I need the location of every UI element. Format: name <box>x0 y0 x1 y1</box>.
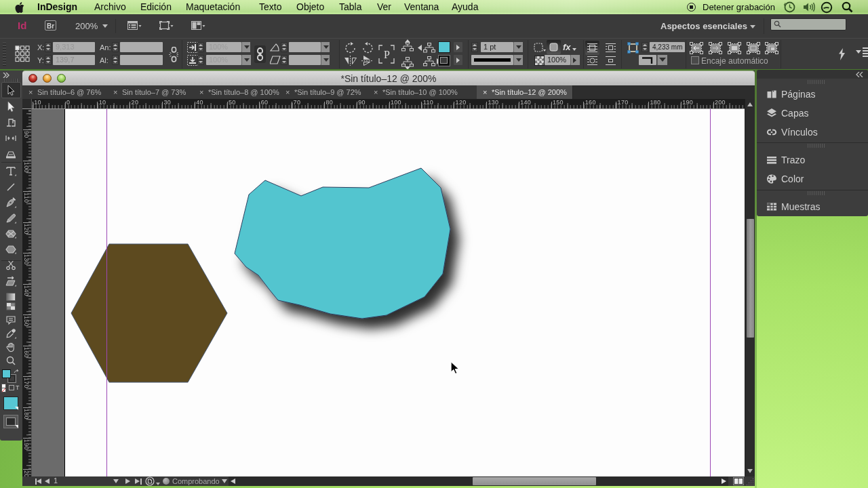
svg-text:P: P <box>384 49 390 60</box>
